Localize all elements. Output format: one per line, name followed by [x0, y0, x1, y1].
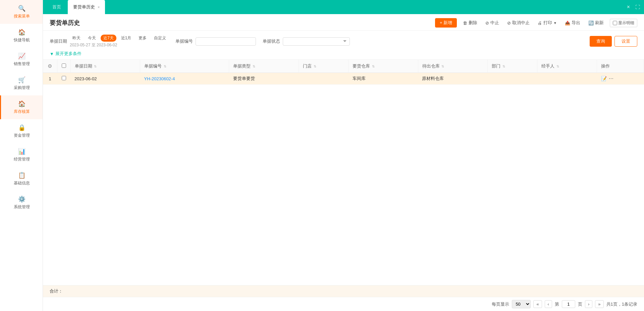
date-filter-group: 单据日期 昨天 今天 近7天 近1月 更多 自定义 2023-05-27 至 2… [50, 35, 169, 48]
finance-icon: 🔒 [18, 124, 25, 131]
toolbar: + 新增 🗑 删除 ⊘ 中止 ⊘ 取消中止 🖨 打印 ▼ [435, 18, 637, 28]
tab-close-icon[interactable]: × [98, 5, 100, 9]
doc-no-input[interactable] [196, 37, 256, 46]
sidebar-item-operations[interactable]: 📊 经营管理 [0, 143, 43, 167]
expand-more-btn[interactable]: ▼ 展开更多条件 [50, 51, 637, 57]
col-department-sort-icon[interactable]: ⇅ [502, 64, 505, 68]
operations-icon: 📊 [18, 148, 25, 155]
row-pending-warehouse: 原材料仓库 [418, 73, 488, 85]
col-pending-warehouse: 待出仓库 ⇅ [418, 60, 488, 73]
page-input[interactable] [562, 300, 575, 308]
date-buttons-group: 昨天 今天 近7天 近1月 更多 自定义 2023-05-27 至 2023-0… [70, 35, 169, 48]
last-page-btn[interactable]: » [595, 300, 603, 308]
col-doc-type-label: 单据类型 [233, 63, 251, 69]
doc-status-select[interactable] [283, 37, 350, 46]
topbar-close-btn[interactable]: × [627, 4, 630, 10]
home-icon: 🏠 [18, 29, 25, 36]
col-pending-warehouse-sort-icon[interactable]: ⇅ [441, 64, 444, 68]
display-detail-label: 显示明细 [618, 20, 634, 26]
tab-home[interactable]: 首页 [47, 0, 66, 14]
sidebar-item-basic-info[interactable]: 📋 基础信息 [0, 167, 43, 191]
tab-requisition-history-label: 要货单历史 [73, 4, 95, 10]
prev-page-btn[interactable]: ‹ [545, 300, 552, 308]
row-checkbox[interactable] [62, 76, 66, 80]
date-filters: 昨天 今天 近7天 近1月 更多 自定义 [70, 35, 169, 42]
topbar-fullscreen-btn[interactable]: ⛶ [635, 4, 640, 10]
sidebar-item-label: 基础信息 [14, 180, 30, 186]
col-check [57, 60, 70, 73]
cancel-stop-button-label: 取消中止 [512, 20, 530, 26]
display-detail-checkbox[interactable] [613, 21, 617, 25]
col-handler: 经手人 ⇅ [537, 60, 597, 73]
expand-icon: ▼ [50, 51, 54, 56]
refresh-button[interactable]: 🔄 刷新 [586, 18, 606, 27]
date-custom-btn[interactable]: 自定义 [151, 35, 169, 42]
row-doc-no-link[interactable]: YH-20230602-4 [144, 76, 175, 81]
print-button[interactable]: 🖨 打印 ▼ [536, 18, 559, 27]
settings-button[interactable]: 设置 [614, 36, 637, 47]
next-page-btn[interactable]: › [585, 300, 592, 308]
sidebar-item-purchase[interactable]: 🛒 采购管理 [0, 72, 43, 95]
new-button[interactable]: + 新增 [435, 18, 457, 28]
sidebar-item-sales[interactable]: 📈 销售管理 [0, 48, 43, 72]
row-operations: 📝 ⋯ [597, 73, 644, 85]
table-header-row: ⚙ 单据日期 ⇅ 单据编号 ⇅ [43, 60, 644, 73]
col-handler-sort-icon[interactable]: ⇅ [556, 64, 559, 68]
date-last7days-btn[interactable]: 近7天 [101, 35, 116, 42]
sidebar-item-label: 系统管理 [14, 204, 30, 210]
select-all-checkbox[interactable] [62, 63, 66, 68]
doc-status-filter-group: 单据状态 [263, 37, 350, 46]
col-doc-type-sort-icon[interactable]: ⇅ [253, 64, 255, 68]
date-range-text: 2023-05-27 至 2023-06-02 [70, 42, 169, 48]
col-operation: 操作 [597, 60, 644, 73]
page-header: 要货单历史 + 新增 🗑 删除 ⊘ 中止 ⊘ 取消中止 🖨 [43, 14, 644, 31]
row-no: 1 [43, 73, 57, 85]
tab-requisition-history[interactable]: 要货单历史 × [68, 0, 105, 14]
purchase-icon: 🛒 [18, 76, 25, 84]
col-operation-label: 操作 [601, 63, 610, 69]
sidebar-item-search[interactable]: 🔍 搜索菜单 [0, 0, 43, 24]
col-date-sort-icon[interactable]: ⇅ [94, 64, 97, 68]
sidebar-item-system[interactable]: ⚙️ 系统管理 [0, 191, 43, 215]
action-buttons: 查询 设置 [590, 36, 637, 47]
filter-area: 单据日期 昨天 今天 近7天 近1月 更多 自定义 2023-05-27 至 2… [43, 31, 644, 60]
topbar: 首页 要货单历史 × × ⛶ [43, 0, 644, 14]
refresh-button-label: 刷新 [595, 20, 604, 26]
delete-button[interactable]: 🗑 删除 [461, 18, 479, 27]
doc-no-label: 单据编号 [175, 38, 193, 44]
col-handler-label: 经手人 [541, 63, 554, 69]
export-button[interactable]: 📤 导出 [563, 18, 582, 27]
system-icon: ⚙️ [18, 195, 25, 203]
first-page-btn[interactable]: « [533, 300, 542, 308]
date-more-btn[interactable]: 更多 [136, 35, 149, 42]
sidebar-item-inventory[interactable]: 🏠 库存核算 [0, 95, 43, 119]
cancel-stop-button[interactable]: ⊘ 取消中止 [505, 18, 532, 27]
page-size-select[interactable]: 50 10 20 100 [512, 300, 531, 308]
query-button[interactable]: 查询 [590, 36, 612, 47]
row-more-icon[interactable]: ⋯ [609, 76, 613, 81]
table-row[interactable]: 1 2023-06-02 YH-20230602-4 要货单要货 车间库 原材料… [43, 73, 644, 85]
new-button-label: + 新增 [440, 20, 452, 26]
col-doc-no-sort-icon[interactable]: ⇅ [164, 64, 166, 68]
page-title: 要货单历史 [50, 19, 80, 27]
display-detail-button[interactable]: 显示明细 [610, 19, 637, 27]
sidebar-item-finance[interactable]: 🔒 资金管理 [0, 119, 43, 143]
col-req-warehouse-sort-icon[interactable]: ⇅ [372, 64, 375, 68]
date-today-btn[interactable]: 今天 [85, 35, 99, 42]
stop-button[interactable]: ⊘ 中止 [483, 18, 501, 27]
date-yesterday-btn[interactable]: 昨天 [70, 35, 83, 42]
sidebar-item-quick-nav[interactable]: 🏠 快捷导航 [0, 24, 43, 48]
row-edit-icon[interactable]: 📝 [601, 76, 607, 81]
col-store-sort-icon[interactable]: ⇅ [314, 64, 316, 68]
table-settings-icon[interactable]: ⚙ [48, 63, 52, 69]
sidebar-item-label: 快捷导航 [14, 37, 30, 43]
row-date: 2023-06-02 [70, 73, 140, 85]
row-req-warehouse: 车间库 [348, 73, 418, 85]
col-date: 单据日期 ⇅ [70, 60, 140, 73]
row-store [299, 73, 348, 85]
summary-label: 合计： [50, 288, 63, 294]
main-area: 首页 要货单历史 × × ⛶ 要货单历史 + 新增 🗑 删除 ⊘ [43, 0, 644, 311]
row-handler [537, 73, 597, 85]
col-doc-type: 单据类型 ⇅ [229, 60, 299, 73]
date-last1month-btn[interactable]: 近1月 [118, 35, 134, 42]
